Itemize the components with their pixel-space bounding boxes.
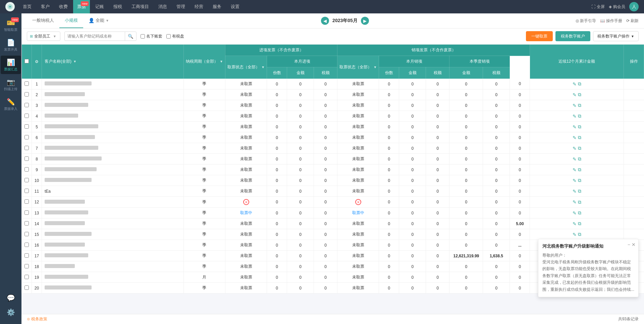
sidebar-item-chat[interactable]: 💬 xyxy=(1,291,21,306)
copy-button[interactable]: ⧉ xyxy=(578,178,581,183)
sidebar-item-invoice-open[interactable]: 📄 发票开具 xyxy=(1,36,21,54)
edit-button[interactable]: ✎ xyxy=(573,178,577,183)
row-checkbox[interactable] xyxy=(24,243,29,247)
new-guide-button[interactable]: ◎ 新手引导 xyxy=(576,18,596,24)
sidebar-item-config[interactable]: ⚙️ xyxy=(1,306,21,320)
row-checkbox[interactable] xyxy=(24,146,29,150)
copy-button[interactable]: ⧉ xyxy=(578,145,581,151)
tax-policy-link[interactable]: ⊙ 税务政策 xyxy=(27,316,47,322)
edit-button[interactable]: ✎ xyxy=(573,146,577,151)
tab-general-taxpayer[interactable]: 一般纳税人 xyxy=(27,13,59,28)
search-button[interactable]: 🔍 xyxy=(125,31,137,41)
nav-business[interactable]: 工商项目 xyxy=(127,0,153,13)
copy-button[interactable]: ⧉ xyxy=(578,232,581,237)
edit-button[interactable]: ✎ xyxy=(573,232,577,237)
notification-close-button[interactable]: ✕ xyxy=(632,242,636,247)
tab-small-scale[interactable]: 小规模 xyxy=(59,13,83,28)
row-checkbox[interactable] xyxy=(24,275,29,279)
notification-body: 尊敬的用户： 受河北电子税务局刚升级税务数字账户模块不稳定的影响，无盘取票功能也… xyxy=(542,252,634,293)
employee-select[interactable]: ⊞ 全部员工 ▼ xyxy=(27,31,60,41)
tab-all-ability[interactable]: 👤 全能 ▼ xyxy=(83,13,114,28)
copy-button[interactable]: ⧉ xyxy=(578,92,581,98)
row-checkbox[interactable] xyxy=(24,253,29,258)
has-tax-disk-checkbox[interactable]: 有税盘 xyxy=(166,34,184,39)
nav-home[interactable]: 首页 xyxy=(19,0,36,13)
row-in-amount: 0 xyxy=(287,197,314,208)
edit-button[interactable]: ✎ xyxy=(573,92,577,98)
copy-button[interactable]: ⧉ xyxy=(578,81,581,87)
has-tax-disk-checkbox-input[interactable] xyxy=(166,34,171,39)
nav-fee[interactable]: 收费 xyxy=(55,0,72,13)
nav-accounting[interactable]: 记账 xyxy=(91,0,108,13)
refresh-button[interactable]: ⟳ 刷新 xyxy=(626,18,639,24)
copy-button[interactable]: ⧉ xyxy=(578,135,581,140)
row-checkbox[interactable] xyxy=(24,264,29,268)
sidebar-item-ticket-entry[interactable]: ✏️ 票据录入 xyxy=(1,95,21,114)
copy-button[interactable]: ⧉ xyxy=(578,221,581,226)
edit-button[interactable]: ✎ xyxy=(573,221,577,226)
copy-button[interactable]: ⧉ xyxy=(578,103,581,108)
nav-tax[interactable]: 报税 xyxy=(109,0,126,13)
copy-button[interactable]: ⧉ xyxy=(578,124,581,130)
row-checkbox[interactable] xyxy=(24,103,29,107)
sidebar-item-ticket-summary[interactable]: 📊 票据汇总 xyxy=(1,56,21,74)
row-checkbox[interactable] xyxy=(24,189,29,193)
row-checkbox[interactable] xyxy=(24,114,29,118)
period-filter-icon[interactable]: ▼ xyxy=(220,60,223,63)
fullscreen-button[interactable]: ⛶ 全屏 xyxy=(591,4,605,10)
subscribed-checkbox-input[interactable] xyxy=(141,34,145,39)
nav-message[interactable]: 消息 xyxy=(154,0,171,13)
edit-button[interactable]: ✎ xyxy=(573,167,577,173)
tax-digital-ops-button[interactable]: 税务数字账户操作 ▼ xyxy=(593,31,639,41)
row-checkbox[interactable] xyxy=(24,124,29,129)
nav-management[interactable]: 管理 xyxy=(172,0,189,13)
out-status-filter-icon[interactable]: ▼ xyxy=(374,65,377,69)
notification-minimize-button[interactable]: − xyxy=(628,242,630,247)
nav-customer[interactable]: 客户 xyxy=(37,0,54,13)
row-checkbox[interactable] xyxy=(24,167,29,172)
edit-button[interactable]: ✎ xyxy=(573,124,577,130)
nav-settings[interactable]: 设置 xyxy=(227,0,244,13)
next-month-button[interactable]: ▶ xyxy=(361,17,369,25)
row-checkbox[interactable] xyxy=(24,81,29,86)
manual-button[interactable]: 📖 操作手册 xyxy=(600,18,622,24)
nav-operation[interactable]: 经营 xyxy=(191,0,207,13)
user-avatar[interactable]: 人 xyxy=(629,2,639,11)
member-button[interactable]: ◈ 购会员 xyxy=(609,4,625,10)
nav-service[interactable]: 服务 xyxy=(209,0,225,13)
edit-button[interactable]: ✎ xyxy=(573,103,577,108)
nav-ticket[interactable]: 票据 new xyxy=(73,0,90,13)
edit-button[interactable]: ✎ xyxy=(573,199,577,205)
edit-button[interactable]: ✎ xyxy=(573,135,577,140)
row-checkbox[interactable] xyxy=(24,221,29,225)
row-checkbox[interactable] xyxy=(24,92,29,96)
copy-button[interactable]: ⧉ xyxy=(578,199,581,205)
row-checkbox[interactable] xyxy=(24,285,29,290)
copy-button[interactable]: ⧉ xyxy=(578,113,581,119)
edit-button[interactable]: ✎ xyxy=(573,210,577,216)
select-all-checkbox[interactable] xyxy=(24,59,29,63)
edit-button[interactable]: ✎ xyxy=(573,81,577,87)
edit-button[interactable]: ✎ xyxy=(573,156,577,162)
subscribed-checkbox[interactable]: 名下账套 xyxy=(141,34,162,39)
sidebar-item-scan-upload[interactable]: 📷 扫描上传 xyxy=(1,75,21,94)
sidebar-item-smart-ticket[interactable]: 🎫 智能取票 new xyxy=(1,16,21,35)
prev-month-button[interactable]: ◀ xyxy=(321,17,329,25)
copy-button[interactable]: ⧉ xyxy=(578,188,581,194)
copy-button[interactable]: ⧉ xyxy=(578,156,581,162)
copy-button[interactable]: ⧉ xyxy=(578,210,581,216)
edit-button[interactable]: ✎ xyxy=(573,114,577,119)
row-checkbox[interactable] xyxy=(24,156,29,161)
search-input[interactable] xyxy=(64,31,125,41)
row-checkbox[interactable] xyxy=(24,232,29,236)
in-status-filter-icon[interactable]: ▼ xyxy=(261,65,265,69)
customer-filter-icon[interactable]: ▼ xyxy=(73,60,76,63)
row-checkbox[interactable] xyxy=(24,135,29,139)
tax-digital-account-button[interactable]: 税务数字账户 xyxy=(555,31,590,41)
row-checkbox[interactable] xyxy=(24,178,29,182)
row-checkbox[interactable] xyxy=(24,199,29,204)
one-click-ticket-button[interactable]: 一键取票 xyxy=(526,31,553,41)
edit-button[interactable]: ✎ xyxy=(573,189,577,194)
copy-button[interactable]: ⧉ xyxy=(578,167,581,173)
row-checkbox[interactable] xyxy=(24,210,29,215)
